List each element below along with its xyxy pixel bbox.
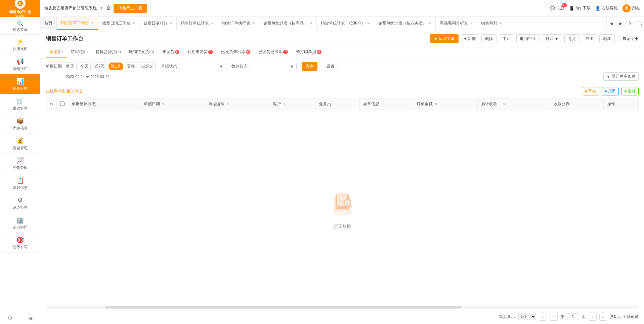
table-toolbar: 共找到 0条 相关单据 审核 充审 [46,84,639,98]
suspend-button[interactable]: 中止 [499,34,514,43]
tab-close-sum-staff[interactable]: ✕ [429,22,431,25]
sidebar-item-enterprise[interactable]: 🏢 企业协同 [0,213,40,233]
subtab-shipped-no-out[interactable]: 已发货未出库0 [217,46,255,58]
sidebar-item-base-info[interactable]: 📋 基础信息 [0,173,40,193]
tab-close-sum-product[interactable]: ✕ [310,22,312,25]
per-page-select[interactable]: 50 100 200 [518,313,536,320]
tab-close-sales-more[interactable]: ✕ [499,22,502,25]
status-select[interactable]: ▼ [179,63,226,70]
date-today-btn[interactable]: 今天 [78,63,91,70]
tab-sales-exec[interactable]: 销售订单执行表 ✕ [218,17,259,30]
sidebar-search[interactable]: 🔍 搜索菜单 [0,17,40,35]
app-download-button[interactable]: 📱 App下载 [569,5,591,11]
scrollbar-thumb[interactable] [105,306,461,309]
message-button[interactable]: 💬 消息 6 [550,5,564,11]
tab-home[interactable]: 首页 [40,17,57,30]
tab-cash-reconcile[interactable]: 钱货日清对账 ✕ [139,17,177,30]
setting-button[interactable]: 设置 [323,62,338,71]
tab-product-margin[interactable]: 商品毛利分析表 ✕ [436,17,477,30]
gear-icon[interactable]: ⚙ [49,102,53,107]
sidebar-item-marketing[interactable]: 📢 营销推广 [0,54,40,74]
sidebar-item-purchase[interactable]: 🛒 采购管理 [0,94,40,114]
subtab-pending-check[interactable]: 待拣货验货(0) [92,46,125,58]
customer-sort-icon[interactable]: ⇅ [283,102,286,106]
tab-close-sum-customer[interactable]: ✕ [367,22,370,25]
subtab-expired-unshipped[interactable]: 到期未发货0 [183,46,217,58]
add-button[interactable]: + 新增 [461,34,479,43]
sidebar: 好 畅捷通好生意 标准版 🔍 搜索菜单 ⚡ 快捷导航 📢 营销推广 📊 销售管理… [0,0,40,324]
delete-button[interactable]: 删除 [481,34,497,43]
show-detail-checkbox[interactable] [617,37,621,41]
industry-solution-button[interactable]: 体验行业方案 [114,4,147,13]
subtab-all[interactable]: 全部(0) [46,46,67,58]
tab-close-sales-exec[interactable]: ✕ [252,22,255,25]
tab-cash-daily[interactable]: 钱货日清工作台 ✕ [98,17,139,30]
unaudit-button[interactable]: 充审 [602,87,619,95]
subtab-unshipped[interactable]: 未发货0 [158,46,184,58]
tab-prev-button[interactable]: ◀ [606,17,616,30]
prev-page-button[interactable]: ‹ [550,313,558,321]
tab-close-sales-stats[interactable]: ✕ [211,22,214,25]
tab-sales-sum-staff[interactable]: 销货单统计表（按业务员） ✕ [374,17,436,30]
ship-button[interactable]: 发货 [621,87,639,95]
tab-fullscreen-button[interactable]: ⛶ [635,17,644,30]
message-badge: 6 [562,3,567,7]
tab-close-cash-daily[interactable]: ✕ [132,22,135,25]
collected-sort-icon[interactable]: ⇅ [503,102,506,106]
tab-sales-sum-customer[interactable]: 销货单统计表（按客户） ✕ [317,17,374,30]
horizontal-scrollbar[interactable] [46,306,639,309]
tab-sales-sum-product[interactable]: 销货单统计表（按商品） ✕ [259,17,317,30]
tab-close-sales-workbench[interactable]: ✕ [91,21,94,25]
sidebar-item-operations[interactable]: 📈 经营管理 [0,154,40,173]
sidebar-item-guide[interactable]: 🎯 新手引导 [0,233,40,253]
tab-next-button[interactable]: ▶ [616,17,625,30]
date-sort-icon[interactable]: ⇅ [162,102,165,106]
tab-close-product-margin[interactable]: ✕ [470,22,473,25]
next-page-button[interactable]: › [589,313,597,321]
query-button[interactable]: 查询 [302,62,317,71]
settings-icon[interactable]: ⚙ [8,315,12,321]
page-input[interactable] [567,313,579,320]
unaudit-dot [605,90,607,92]
th-abnormal: 异常信息 [359,98,413,110]
user-menu[interactable]: 用 用友 [622,4,640,12]
expand-conditions-button[interactable]: ▼ 展开更多条件 [603,72,639,81]
subtab-shipped-out[interactable]: 已发货已出库0 [254,46,292,58]
import-button[interactable]: 导入 [564,34,580,43]
sidebar-item-sales[interactable]: 📊 销售管理 [0,74,40,94]
tab-close-all-button[interactable]: ✕ [625,17,635,30]
sidebar-item-inventory[interactable]: 📦 库存核算 [0,114,40,134]
sidebar-item-system[interactable]: ⚙ 系统管理 [0,193,40,213]
page-title: 销售订单工作台 [46,35,83,42]
date-custom-btn[interactable]: 自定义 [139,63,156,70]
date-yesterday-btn[interactable]: 昨天 [64,63,77,70]
amount-sort-icon[interactable]: ⇅ [435,102,437,106]
first-page-button[interactable]: « [539,313,547,321]
select-all-checkbox[interactable] [60,102,65,106]
tab-sales-more[interactable]: 销售毛利 ✕ [477,17,506,30]
collapse-icon[interactable]: ◀ [28,315,32,321]
date-7days-btn[interactable]: 近7天 [92,63,107,70]
sidebar-item-finance[interactable]: 💰 资金管理 [0,134,40,154]
subtab-pending-review[interactable]: 待审核(0) [67,46,92,58]
print-button[interactable]: 打印 ▼ [542,34,562,43]
topbar-gear-icon[interactable]: ⚙ [106,5,111,11]
smart-create-button[interactable]: ★ 智能生单 [430,34,459,43]
online-service-button[interactable]: 👤 在线客服 [595,5,618,11]
sidebar-item-quick-nav[interactable]: ⚡ 快捷导航 [0,35,40,54]
refresh-button[interactable]: 刷新 [599,34,615,43]
date-more-btn[interactable]: 更多 [125,63,137,70]
tab-sales-stats[interactable]: 销售订单统计表 ✕ [177,17,218,30]
last-page-button[interactable]: » [599,313,607,321]
payment-select[interactable]: ▼ [250,63,297,70]
tab-sales-workbench[interactable]: 销售订单工作台 ✕ [57,17,98,30]
dropdown-icon[interactable]: ▼ [99,6,103,11]
subtab-wangpu-ship[interactable]: 旺铺待发货(0) [125,46,158,58]
date-1month-btn[interactable]: 近1月 [109,63,124,70]
subtab-unprinted[interactable]: 未打印单据0 [292,46,326,58]
tab-close-cash-reconcile[interactable]: ✕ [170,22,172,25]
unsuspend-button[interactable]: 取消中止 [516,34,540,43]
number-sort-icon[interactable]: ⇅ [226,102,229,106]
export-button[interactable]: 导出 [582,34,597,43]
review-button[interactable]: 审核 [582,87,599,95]
